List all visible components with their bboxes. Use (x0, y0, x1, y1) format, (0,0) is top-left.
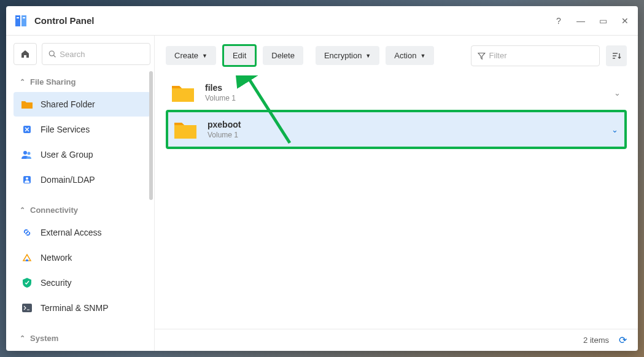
scrollbar-thumb[interactable] (149, 71, 153, 200)
network-icon (21, 251, 33, 264)
home-button[interactable] (14, 43, 37, 65)
folder-icon (174, 120, 196, 139)
svg-point-4 (49, 51, 54, 56)
chevron-up-icon: ⌃ (20, 334, 25, 342)
item-count: 2 items (583, 336, 609, 345)
link-icon (21, 226, 33, 239)
titlebar: Control Panel ? — ▭ ✕ (6, 6, 638, 36)
refresh-button[interactable]: ⟳ (619, 334, 627, 346)
svg-rect-11 (26, 259, 28, 261)
sidebar-item-network[interactable]: Network (14, 245, 150, 270)
help-button[interactable]: ? (553, 16, 564, 26)
sidebar-item-user-group[interactable]: User & Group (14, 142, 150, 167)
window-body: ⌃ File Sharing Shared Folder File Servic… (6, 36, 638, 351)
folder-name: pxeboot (208, 120, 611, 129)
caret-down-icon: ▼ (420, 53, 425, 59)
chevron-down-icon[interactable]: ⌄ (611, 125, 618, 134)
svg-rect-1 (21, 15, 26, 26)
app-icon (14, 13, 28, 28)
sidebar-item-domain-ldap[interactable]: Domain/LDAP (14, 167, 150, 192)
svg-rect-2 (17, 17, 19, 18)
fileservice-icon (21, 123, 33, 136)
window-controls: ? — ▭ ✕ (553, 16, 630, 26)
sidebar-item-shared-folder[interactable]: Shared Folder (14, 92, 150, 117)
filter-input[interactable] (489, 51, 593, 60)
users-icon (21, 148, 33, 161)
window-title: Control Panel (34, 15, 553, 26)
minimize-button[interactable]: — (575, 16, 586, 26)
folder-volume: Volume 1 (208, 131, 611, 139)
folder-list: files Volume 1 ⌄ pxeboot Volume 1 ⌄ (155, 75, 638, 329)
sidebar-item-security[interactable]: Security (14, 271, 150, 295)
delete-button[interactable]: Delete (263, 46, 303, 65)
main-content: Create▼ Edit Delete Encryption▼ Action▼ (155, 36, 638, 351)
folder-icon (21, 98, 33, 110)
create-button[interactable]: Create▼ (166, 46, 216, 65)
caret-down-icon: ▼ (365, 53, 371, 59)
section-file-sharing[interactable]: ⌃ File Sharing (14, 72, 150, 91)
sort-icon (611, 52, 621, 60)
sort-button[interactable] (606, 45, 627, 66)
svg-point-7 (23, 151, 27, 155)
svg-rect-0 (15, 15, 20, 26)
chevron-down-icon[interactable]: ⌄ (614, 88, 621, 98)
svg-point-8 (28, 152, 31, 155)
section-connectivity[interactable]: ⌃ Connectivity (14, 201, 150, 220)
chevron-up-icon: ⌃ (20, 206, 25, 214)
close-button[interactable]: ✕ (619, 16, 630, 26)
folder-name: files (205, 83, 614, 93)
svg-rect-12 (22, 304, 32, 312)
filter-field[interactable] (471, 45, 600, 66)
action-button[interactable]: Action▼ (386, 46, 434, 65)
filter-icon (478, 52, 486, 60)
folder-row[interactable]: files Volume 1 ⌄ (166, 75, 627, 110)
chevron-up-icon: ⌃ (20, 78, 25, 86)
svg-rect-3 (23, 17, 25, 18)
svg-point-10 (26, 177, 28, 180)
folder-row-selected[interactable]: pxeboot Volume 1 ⌄ (166, 110, 627, 149)
section-system[interactable]: ⌃ System (14, 329, 150, 348)
control-panel-window: Control Panel ? — ▭ ✕ ⌃ File Sharing (6, 6, 638, 351)
sidebar-item-external-access[interactable]: External Access (14, 220, 150, 245)
toolbar: Create▼ Edit Delete Encryption▼ Action▼ (155, 36, 638, 75)
svg-line-5 (53, 55, 55, 57)
sidebar-scrollbar[interactable] (149, 71, 153, 351)
search-input[interactable] (60, 50, 144, 59)
caret-down-icon: ▼ (202, 53, 208, 59)
status-bar: 2 items ⟳ (155, 329, 638, 351)
sidebar-item-terminal-snmp[interactable]: Terminal & SNMP (14, 296, 150, 320)
sidebar: ⌃ File Sharing Shared Folder File Servic… (6, 36, 155, 351)
maximize-button[interactable]: ▭ (597, 16, 608, 26)
encryption-button[interactable]: Encryption▼ (316, 46, 379, 65)
terminal-icon (21, 302, 33, 314)
shield-icon (21, 277, 33, 289)
folder-icon (172, 83, 194, 102)
edit-button[interactable]: Edit (222, 44, 257, 67)
sidebar-item-file-services[interactable]: File Services (14, 117, 150, 142)
folder-volume: Volume 1 (205, 94, 614, 102)
domain-icon (21, 174, 33, 186)
search-field[interactable] (42, 43, 150, 65)
